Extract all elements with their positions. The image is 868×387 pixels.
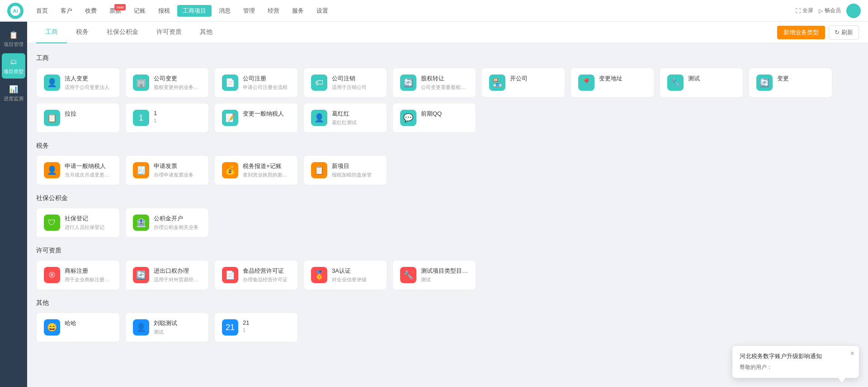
card-info-变更: 变更 [777, 75, 825, 84]
card-3A认证[interactable]: 🏅3A认证对企业信誉评级 [303, 260, 387, 290]
card-icon-公司注销: 🏷 [311, 75, 327, 91]
card-前期QQ[interactable]: 💬前期QQ [392, 103, 476, 133]
tab-许可资质[interactable]: 许可资质 [147, 22, 191, 43]
card-公司变更[interactable]: 🏢公司变更股权变更外的业务变更 [125, 68, 209, 98]
tab-社保公积金[interactable]: 社保公积金 [98, 22, 147, 43]
card-哈哈[interactable]: 😄哈哈 [36, 312, 120, 342]
card-info-税务报道+记账: 税务报道+记账拿到营业执照的新公司 [243, 162, 290, 178]
content-area: 工商👤法人变更适用于公司变更法人🏢公司变更股权变更外的业务变更📄公司注册申请公司… [27, 43, 868, 359]
nav-item-首页[interactable]: 首页 [31, 5, 53, 17]
sidebar-icon-2: 📊 [9, 84, 19, 94]
user-avatar[interactable] [846, 4, 861, 18]
sidebar-item-2[interactable]: 📊进度监测 [2, 80, 25, 106]
card-desc-食品经营许可证: 办理食品经营许可证 [243, 276, 290, 283]
card-name-税务报道+记账: 税务报道+记账 [243, 162, 290, 170]
card-公司注册[interactable]: 📄公司注册申请公司注册全流程 [214, 68, 298, 98]
card-拉拉[interactable]: 📋拉拉 [36, 103, 120, 133]
logo[interactable]: Ai [7, 3, 24, 19]
card-name-1: 1 [154, 110, 201, 117]
nav-item-报税[interactable]: 报税 [153, 5, 175, 17]
card-icon-葛红红: 👤 [311, 110, 327, 126]
card-icon-前期QQ: 💬 [400, 110, 416, 126]
card-icon-21: 21 [222, 319, 238, 336]
card-股权转让[interactable]: 🔄股权转让公司变更需要股权转让 [392, 68, 476, 98]
tab-工商[interactable]: 工商 [36, 22, 67, 43]
card-1[interactable]: 111 [125, 103, 209, 133]
new-type-button[interactable]: 新增业务类型 [777, 26, 825, 39]
tab-actions: 新增业务类型 ↻ 刷新 [777, 25, 859, 40]
card-公积金开户[interactable]: 🏦公积金开户办理公积金相关业务 [125, 208, 209, 238]
card-desc-新项目: 报税加税控盘保管 [332, 172, 379, 178]
nav-item-票据[interactable]: 票据new [104, 5, 127, 17]
card-info-申请发票: 申请发票办理申请发票业务 [154, 162, 201, 178]
card-商标注册[interactable]: ®商标注册用于企业商标注册服务 [36, 260, 120, 290]
card-开公司[interactable]: 🏪开公司 [481, 68, 565, 98]
sidebar-item-1[interactable]: 🗂项目类型 [2, 53, 25, 79]
card-info-股权转让: 股权转让公司变更需要股权转让 [421, 75, 468, 91]
fullscreen-btn[interactable]: ⛶ 全屏 [795, 7, 813, 14]
card-info-刘聪测试: 刘聪测试测试 [154, 319, 201, 336]
card-info-申请一般纳税人: 申请一般纳税人当月或次月成变更完成 [65, 162, 112, 178]
sidebar-icon-1: 🗂 [9, 57, 19, 67]
card-icon-开公司: 🏪 [489, 75, 505, 91]
card-公司注销[interactable]: 🏷公司注销适用于注销公司 [303, 68, 387, 98]
notification-arrow [838, 378, 845, 382]
card-食品经营许可证[interactable]: 📄食品经营许可证办理食品经营许可证 [214, 260, 298, 290]
member-btn[interactable]: ▷ 畅会员 [819, 7, 841, 14]
sidebar-icon-0: 📋 [9, 30, 19, 40]
card-变更[interactable]: 🔄变更 [749, 68, 832, 98]
card-name-公司注销: 公司注销 [332, 75, 379, 83]
card-icon-3A认证: 🏅 [311, 267, 327, 283]
card-name-前期QQ: 前期QQ [421, 110, 468, 118]
card-desc-公司注销: 适用于注销公司 [332, 84, 379, 91]
section-title-社保公积金: 社保公积金 [36, 194, 859, 202]
card-测试[interactable]: 🔧测试 [660, 68, 743, 98]
nav-item-经营[interactable]: 经营 [262, 5, 285, 17]
card-icon-新项目: 📋 [311, 162, 327, 178]
refresh-button[interactable]: ↻ 刷新 [829, 25, 859, 40]
tab-其他[interactable]: 其他 [191, 22, 222, 43]
card-申请一般纳税人[interactable]: 👤申请一般纳税人当月或次月成变更完成 [36, 155, 120, 185]
card-info-公司注销: 公司注销适用于注销公司 [332, 75, 379, 91]
card-测试项目类型目定义[interactable]: 🔧测试项目类型目定义测试 [392, 260, 476, 290]
nav-item-管理[interactable]: 管理 [238, 5, 260, 17]
card-desc-税务报道+记账: 拿到营业执照的新公司 [243, 172, 290, 178]
notification-close-btn[interactable]: × [850, 350, 854, 358]
nav-item-设置[interactable]: 设置 [311, 5, 334, 17]
card-进出口权办理[interactable]: 🔄进出口权办理适用于对外贸易经营者 [125, 260, 209, 290]
card-info-公司变更: 公司变更股权变更外的业务变更 [154, 75, 201, 91]
tab-税务[interactable]: 税务 [67, 22, 98, 43]
card-name-股权转让: 股权转让 [421, 75, 468, 83]
card-desc-申请一般纳税人: 当月或次月成变更完成 [65, 172, 112, 178]
card-info-3A认证: 3A认证对企业信誉评级 [332, 267, 379, 283]
card-刘聪测试[interactable]: 👤刘聪测试测试 [125, 312, 209, 342]
card-desc-1: 1 [154, 118, 201, 123]
card-name-刘聪测试: 刘聪测试 [154, 319, 201, 327]
card-icon-股权转让: 🔄 [400, 75, 416, 91]
card-申请发票[interactable]: 🧾申请发票办理申请发票业务 [125, 155, 209, 185]
card-desc-测试项目类型目定义: 测试 [421, 276, 468, 283]
card-info-测试: 测试 [688, 75, 736, 84]
refresh-icon: ↻ [835, 29, 840, 36]
nav-item-记账[interactable]: 记账 [128, 5, 151, 17]
card-变更地址[interactable]: 📍变更地址 [571, 68, 654, 98]
nav-item-消息[interactable]: 消息 [213, 5, 236, 17]
card-name-公积金开户: 公积金开户 [154, 214, 201, 223]
card-icon-变更一般纳税人: 📝 [222, 110, 238, 126]
nav-item-工商项目[interactable]: 工商项目 [177, 5, 212, 17]
card-变更一般纳税人[interactable]: 📝变更一般纳税人 [214, 103, 298, 133]
card-社保登记[interactable]: 🛡社保登记进行人员社保登记 [36, 208, 120, 238]
card-新项目[interactable]: 📋新项目报税加税控盘保管 [303, 155, 387, 185]
card-desc-商标注册: 用于企业商标注册服务 [65, 276, 112, 283]
card-name-变更一般纳税人: 变更一般纳税人 [243, 110, 290, 118]
sidebar-item-0[interactable]: 📋项目管理 [2, 26, 25, 51]
card-税务报道+记账[interactable]: 💰税务报道+记账拿到营业执照的新公司 [214, 155, 298, 185]
card-法人变更[interactable]: 👤法人变更适用于公司变更法人 [36, 68, 120, 98]
nav-item-收费[interactable]: 收费 [80, 5, 102, 17]
card-info-21: 211 [243, 319, 290, 333]
card-21[interactable]: 21211 [214, 312, 298, 342]
nav-item-服务[interactable]: 服务 [287, 5, 309, 17]
card-葛红红[interactable]: 👤葛红红葛红红测试 [303, 103, 387, 133]
card-icon-1: 1 [133, 110, 149, 126]
nav-item-客户[interactable]: 客户 [55, 5, 78, 17]
